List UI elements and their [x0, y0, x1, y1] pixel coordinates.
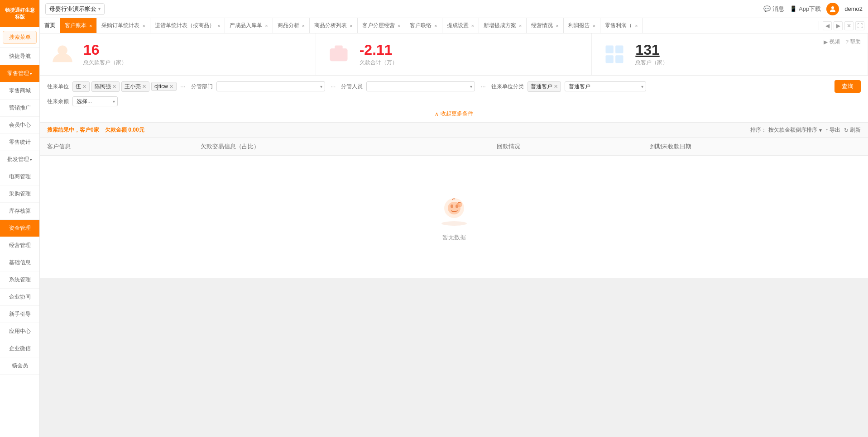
tab-close-purchase-order-stats[interactable]: ×	[142, 23, 145, 28]
filter-tag-normal-customer: 普通客户 ✕	[528, 81, 561, 92]
tab-customer-segment[interactable]: 客户分层经营×	[358, 18, 405, 33]
sidebar-item-system-mgmt[interactable]: 系统管理	[0, 271, 39, 289]
topbar: 母婴行业演示帐套 ▾ 💬 消息 📱 App下载 demo2	[40, 0, 868, 18]
chevron-down-icon: ▾	[29, 157, 33, 162]
tab-goods-analysis-list[interactable]: 商品分析列表×	[310, 18, 357, 33]
tag-close-cjttcw[interactable]: ✕	[169, 84, 173, 90]
tag-close-chen[interactable]: ✕	[112, 84, 116, 90]
collapse-button[interactable]: ∧ 收起更多条件	[435, 110, 473, 118]
query-button[interactable]: 查询	[834, 80, 861, 93]
tab-profit-report[interactable]: 利润报告×	[564, 18, 600, 33]
dept-more-btn[interactable]: ···	[329, 82, 338, 91]
tab-label-profit-report: 利润报告	[568, 22, 590, 29]
tab-close-goods-stats[interactable]: ×	[217, 23, 220, 28]
table-header-row: 客户信息 欠款交易信息（占比） 回款情况 到期未收款日期	[40, 138, 868, 156]
tag-close-wu[interactable]: ✕	[82, 84, 86, 90]
tag-close-wang[interactable]: ✕	[142, 84, 146, 90]
tab-close-customer-contact[interactable]: ×	[434, 23, 437, 28]
refresh-icon: ↻	[844, 127, 849, 133]
tab-purchase-order-stats[interactable]: 采购订单统计表×	[97, 18, 150, 33]
export-button[interactable]: ↑ 导出	[825, 126, 840, 134]
tab-customer-ledger[interactable]: 客户账本×	[60, 18, 97, 33]
app-download-button[interactable]: 📱 App下载	[790, 5, 821, 13]
help-btn[interactable]: ? 帮助	[845, 38, 861, 46]
message-button[interactable]: 💬 消息	[763, 5, 784, 13]
sidebar-item-batch-mgmt[interactable]: 批发管理 ▾	[0, 151, 39, 168]
sidebar-item-quick-nav[interactable]: 快捷导航	[0, 48, 39, 65]
svg-point-0	[831, 6, 834, 9]
tab-close-customer-segment[interactable]: ×	[398, 23, 400, 28]
th-debt-info: 欠款交易信息（占比）	[193, 138, 489, 156]
filter-tag-chen: 陈民强 ✕	[91, 81, 120, 92]
sidebar-item-capital-mgmt[interactable]: 资金管理	[0, 220, 39, 237]
tab-close-goods-analysis[interactable]: ×	[302, 23, 305, 28]
tab-close-ops-situation[interactable]: ×	[556, 23, 558, 28]
sidebar-item-ops-mgmt[interactable]: 经营管理	[0, 237, 39, 254]
svg-point-9	[441, 221, 467, 226]
tab-close-profit-report[interactable]: ×	[593, 23, 595, 28]
tab-raise-settings[interactable]: 提成设置×	[442, 18, 479, 33]
stats-row: 16 总欠款客户（家） -2.11 欠款合计（万）	[40, 33, 868, 76]
tab-next-button[interactable]: ▶	[834, 21, 843, 30]
tab-close-raise-settings[interactable]: ×	[471, 23, 474, 28]
sort-control[interactable]: 排序： 按欠款金额倒序排序 ▾	[750, 126, 822, 134]
sidebar-item-basic-info[interactable]: 基础信息	[0, 254, 39, 271]
stat-label-customers: 总欠款客户（家）	[83, 59, 127, 66]
tab-close-all-button[interactable]: ✕	[844, 21, 854, 30]
tab-product-entry[interactable]: 产成品入库单×	[225, 18, 273, 33]
tab-retail-profit[interactable]: 零售利润（×	[600, 18, 643, 33]
tab-goods-stats[interactable]: 进货单统计表（按商品）×	[150, 18, 225, 33]
stat-info-amount: -2.11 欠款合计（万）	[360, 43, 398, 66]
account-name: 母婴行业演示帐套	[49, 5, 96, 13]
tab-close-product-entry[interactable]: ×	[265, 23, 268, 28]
main-content: 母婴行业演示帐套 ▾ 💬 消息 📱 App下载 demo2 首页客户账本×采购订…	[40, 0, 868, 437]
sidebar-item-member-center[interactable]: 会员中心	[0, 117, 39, 134]
tab-label-ops-situation: 经营情况	[531, 22, 553, 29]
dept-select-wrap	[216, 81, 325, 91]
filter-tags-unit: 伍 ✕ 陈民强 ✕ 王小亮 ✕ cjttcw ✕ ···	[72, 81, 187, 92]
more-tags-button[interactable]: ···	[178, 82, 187, 91]
tab-customer-contact[interactable]: 客户联络×	[405, 18, 442, 33]
sidebar-item-marketing[interactable]: 营销推广	[0, 100, 39, 117]
sidebar-item-new-guide[interactable]: 新手引导	[0, 306, 39, 323]
tab-home[interactable]: 首页	[40, 18, 60, 33]
video-btn[interactable]: ▶ 视频	[824, 38, 840, 46]
sidebar-item-purchase-mgmt[interactable]: 采购管理	[0, 185, 39, 203]
chevron-up-icon: ∧	[435, 111, 439, 117]
sidebar-item-retail-stats[interactable]: 零售统计	[0, 134, 39, 151]
topbar-right: 💬 消息 📱 App下载 demo2	[763, 3, 863, 15]
svg-rect-8	[616, 55, 623, 63]
tab-ops-situation[interactable]: 经营情况×	[527, 18, 563, 33]
balance-select[interactable]: 选择...	[72, 96, 118, 106]
tab-close-new-raise-plan[interactable]: ×	[519, 23, 522, 28]
export-icon: ↑	[825, 127, 828, 133]
dept-select[interactable]	[216, 81, 325, 91]
sidebar-item-retail-mall[interactable]: 零售商城	[0, 82, 39, 100]
tag-close-normal-customer[interactable]: ✕	[554, 84, 558, 90]
sidebar-item-enterprise-coop[interactable]: 企业协同	[0, 289, 39, 306]
person-more-btn[interactable]: ···	[479, 82, 488, 91]
sidebar-item-enterprise-wechat[interactable]: 企业微信	[0, 340, 39, 357]
sidebar-item-ecomm-mgmt[interactable]: 电商管理	[0, 168, 39, 185]
username-label[interactable]: demo2	[844, 5, 863, 12]
sidebar-item-retail-mgmt[interactable]: 零售管理 ▾	[0, 65, 39, 82]
refresh-button[interactable]: ↻ 刷新	[844, 126, 861, 134]
question-icon: ?	[845, 39, 849, 45]
empty-state: 暂无数据	[40, 156, 868, 278]
sidebar-item-inventory[interactable]: 库存核算	[0, 203, 39, 220]
sidebar-item-app-center[interactable]: 应用中心	[0, 323, 39, 340]
tab-close-customer-ledger[interactable]: ×	[89, 23, 92, 28]
empty-icon	[436, 192, 472, 228]
tab-close-goods-analysis-list[interactable]: ×	[350, 23, 352, 28]
account-selector[interactable]: 母婴行业演示帐套 ▾	[45, 3, 105, 15]
tab-goods-analysis[interactable]: 商品分析×	[273, 18, 310, 33]
tab-expand-button[interactable]: ⛶	[855, 21, 864, 30]
tab-new-raise-plan[interactable]: 新增提成方案×	[479, 18, 527, 33]
search-menu-button[interactable]: 搜索菜单	[3, 31, 37, 44]
stat-info-total: 131 总客户（家）	[635, 43, 668, 66]
person-select[interactable]	[366, 81, 475, 91]
sidebar-item-vip-member[interactable]: 畅会员	[0, 357, 39, 375]
tab-prev-button[interactable]: ◀	[823, 21, 832, 30]
unit-class-select[interactable]: 普通客户	[565, 81, 646, 91]
tab-close-retail-profit[interactable]: ×	[635, 23, 638, 28]
